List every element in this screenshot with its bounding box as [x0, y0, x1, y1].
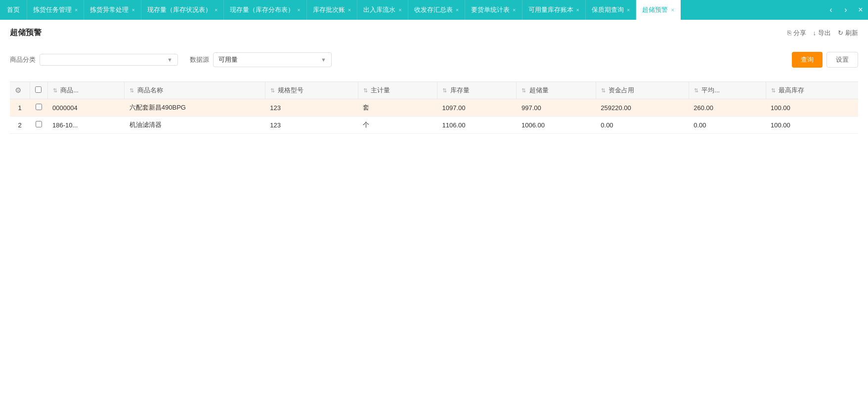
refresh-button[interactable]: ↻ 刷新	[838, 29, 858, 38]
page-title: 超储预警	[10, 28, 42, 38]
close-tab-11[interactable]: ×	[671, 7, 674, 13]
row-select-2[interactable]	[36, 121, 42, 127]
close-tab-1[interactable]: ×	[75, 7, 78, 13]
capital-2: 0.00	[596, 117, 689, 134]
tab-7[interactable]: 收发存汇总表 ×	[408, 0, 465, 20]
datasource-label: 数据源	[190, 55, 209, 64]
sort-unit-icon: ⇅	[363, 87, 368, 93]
tab-1[interactable]: 拣货任务管理 ×	[27, 0, 84, 20]
datasource-value: 可用量	[218, 55, 238, 64]
sort-capital-icon: ⇅	[601, 87, 606, 93]
unit-2: 个	[358, 117, 437, 134]
header-actions: ⎘ 分享 ↓ 导出 ↻ 刷新	[787, 29, 859, 38]
stock-2: 1106.00	[437, 117, 517, 134]
close-tab-5[interactable]: ×	[348, 7, 351, 13]
row-num-2: 2	[10, 117, 30, 134]
nav-close-btn[interactable]: ×	[853, 0, 868, 20]
home-tab[interactable]: 首页	[0, 0, 27, 20]
table-row: 1 0000004 六配套新昌490BPG 123 套 1097.00 997.…	[10, 99, 858, 117]
refresh-icon: ↻	[838, 29, 843, 37]
filter-actions: 查询 设置	[792, 52, 858, 68]
sort-stock-icon: ⇅	[442, 87, 447, 93]
datasource-select[interactable]: 可用量 ▼	[213, 52, 332, 67]
close-tab-7[interactable]: ×	[456, 7, 459, 13]
tab-9[interactable]: 可用量库存账本 ×	[522, 0, 586, 20]
datasource-chevron-icon: ▼	[321, 57, 326, 63]
product-name-2: 机油滤清器	[125, 117, 265, 134]
row-checkbox-1[interactable]	[30, 99, 47, 117]
sort-product-name-icon: ⇅	[130, 87, 134, 93]
share-icon: ⎘	[787, 29, 791, 37]
export-button[interactable]: ↓ 导出	[813, 29, 831, 38]
overstock-1: 997.00	[517, 99, 596, 117]
product-code-2: 186-10...	[47, 117, 125, 134]
avg-1: 260.00	[689, 99, 766, 117]
category-filter: 商品分类 ▼	[10, 54, 178, 66]
top-nav: 首页 拣货任务管理 × 拣货异常处理 × 现存量（库存状况表） × 现存量（库存…	[0, 0, 868, 20]
col-product-name[interactable]: ⇅ 商品名称	[125, 82, 265, 99]
sort-spec-icon: ⇅	[270, 87, 275, 93]
unit-1: 套	[358, 99, 437, 117]
col-max-stock[interactable]: ⇅ 最高库存	[766, 82, 858, 99]
col-unit[interactable]: ⇅ 主计量	[358, 82, 437, 99]
tab-2[interactable]: 拣货异常处理 ×	[84, 0, 141, 20]
col-over-stock[interactable]: ⇅ 超储量	[517, 82, 596, 99]
close-tab-4[interactable]: ×	[297, 7, 300, 13]
spec-1: 123	[265, 99, 358, 117]
category-chevron-icon: ▼	[167, 57, 173, 63]
close-tab-9[interactable]: ×	[576, 7, 579, 13]
close-tab-2[interactable]: ×	[131, 7, 134, 13]
col-product-code[interactable]: ⇅ 商品...	[47, 82, 125, 99]
close-tab-8[interactable]: ×	[513, 7, 516, 13]
query-button[interactable]: 查询	[792, 52, 823, 68]
sort-overstock-icon: ⇅	[521, 87, 526, 93]
tab-8[interactable]: 要货单统计表 ×	[465, 0, 522, 20]
sort-avg-icon: ⇅	[694, 87, 698, 93]
product-code-1: 0000004	[47, 99, 125, 117]
row-select-1[interactable]	[36, 104, 42, 110]
avg-2: 0.00	[689, 117, 766, 134]
overstock-2: 1006.00	[517, 117, 596, 134]
close-tab-10[interactable]: ×	[627, 7, 630, 13]
tab-4[interactable]: 现存量（库存分布表） ×	[224, 0, 306, 20]
page-header: 超储预警 ⎘ 分享 ↓ 导出 ↻ 刷新	[10, 28, 858, 38]
tab-10[interactable]: 保质期查询 ×	[586, 0, 636, 20]
sort-maxstock-icon: ⇅	[771, 87, 776, 93]
table-row: 2 186-10... 机油滤清器 123 个 1106.00 1006.00 …	[10, 117, 858, 134]
sort-product-code-icon: ⇅	[53, 87, 57, 93]
spec-2: 123	[265, 117, 358, 134]
select-all-checkbox[interactable]	[35, 86, 42, 93]
nav-left-btn[interactable]: ‹	[824, 0, 838, 20]
col-checkbox-header[interactable]	[30, 82, 47, 99]
nav-right-btn[interactable]: ›	[838, 0, 853, 20]
datasource-filter: 数据源 可用量 ▼	[190, 52, 332, 67]
gear-icon[interactable]: ⚙	[15, 86, 21, 94]
share-button[interactable]: ⎘ 分享	[787, 29, 806, 38]
table-header-row: ⚙ ⇅ 商品... ⇅ 商品名称 ⇅ 规格型号 ⇅	[10, 82, 858, 99]
category-label: 商品分类	[10, 55, 36, 64]
close-tab-3[interactable]: ×	[215, 7, 217, 13]
maxstock-2: 100.00	[766, 117, 858, 134]
row-num-1: 1	[10, 99, 30, 117]
category-select[interactable]: ▼	[40, 54, 178, 66]
maxstock-1: 100.00	[766, 99, 858, 117]
filter-area: 商品分类 ▼ 数据源 可用量 ▼ 查询 设置	[10, 46, 858, 74]
capital-1: 259220.00	[596, 99, 689, 117]
col-avg[interactable]: ⇅ 平均...	[689, 82, 766, 99]
product-name-1: 六配套新昌490BPG	[125, 99, 265, 117]
main-content: 超储预警 ⎘ 分享 ↓ 导出 ↻ 刷新 商品分类 ▼ 数据源	[0, 20, 868, 395]
col-capital[interactable]: ⇅ 资金占用	[596, 82, 689, 99]
tab-3[interactable]: 现存量（库存状况表） ×	[141, 0, 224, 20]
data-table: ⚙ ⇅ 商品... ⇅ 商品名称 ⇅ 规格型号 ⇅	[10, 81, 858, 134]
tab-6[interactable]: 出入库流水 ×	[357, 0, 408, 20]
col-stock[interactable]: ⇅ 库存量	[437, 82, 517, 99]
nav-arrows: ‹ › ×	[824, 0, 868, 20]
tab-11[interactable]: 超储预警 ×	[636, 0, 680, 20]
tab-5[interactable]: 库存批次账 ×	[307, 0, 357, 20]
row-checkbox-2[interactable]	[30, 117, 47, 134]
col-spec[interactable]: ⇅ 规格型号	[265, 82, 358, 99]
col-gear[interactable]: ⚙	[10, 82, 30, 99]
stock-1: 1097.00	[437, 99, 517, 117]
close-tab-6[interactable]: ×	[398, 7, 401, 13]
settings-button[interactable]: 设置	[826, 52, 858, 68]
